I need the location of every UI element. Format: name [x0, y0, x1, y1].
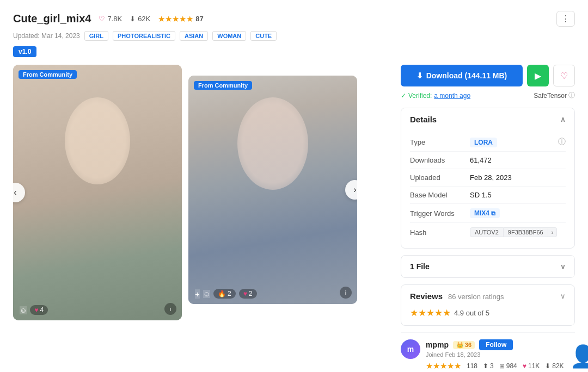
play-button[interactable]: ▶	[527, 65, 549, 86]
user-name[interactable]: mpmp	[426, 340, 449, 349]
right-panel: ⬇ Download (144.11 MB) ▶ ♡ ✓ Verified: a…	[401, 65, 575, 372]
user-avatar: m	[401, 339, 420, 359]
detail-value-type: LORA	[470, 138, 554, 146]
lora-badge[interactable]: LORA	[470, 138, 497, 147]
user-joined: Joined Feb 18, 2023	[426, 351, 564, 358]
emoji-button-2[interactable]: ☺	[203, 290, 210, 298]
detail-label-uploaded: Uploaded	[410, 173, 470, 182]
chevron-up-icon: ∧	[560, 115, 566, 123]
heart-icon-2: ♥	[243, 290, 247, 297]
detail-row-type: Type LORA ⓘ	[410, 133, 566, 152]
user-rating-stars: ★★★★★	[426, 361, 461, 371]
detail-value-downloads: 61,472	[470, 156, 566, 164]
emoji-button-1[interactable]: ☺	[20, 306, 27, 314]
hash-type: AUTOV2	[470, 227, 504, 237]
detail-row-base-model: Base Model SD 1.5	[410, 187, 566, 204]
detail-value-uploaded: Feb 28, 2023	[470, 173, 566, 182]
page-title: Cute_girl_mix4	[13, 13, 91, 25]
likes-icon: ♥	[523, 362, 526, 370]
reviews-count: 86 version ratings	[448, 293, 504, 301]
user-profile-area: 👤	[569, 339, 588, 369]
model-icon: ⊞	[499, 362, 505, 370]
download-btn-icon: ⬇	[416, 71, 423, 80]
details-header[interactable]: Details ∧	[401, 108, 574, 131]
reviews-header[interactable]: Reviews 86 version ratings ∨	[401, 285, 574, 307]
detail-row-hash: Hash AUTOV2 9F3B38BF66 ›	[410, 223, 566, 241]
tag-cute[interactable]: CUTE	[250, 31, 277, 41]
download-button[interactable]: ⬇ Download (144.11 MB)	[401, 65, 523, 86]
reviews-card: Reviews 86 version ratings ∨ ★★★★★ 4.9 o…	[401, 284, 575, 326]
type-info-icon[interactable]: ⓘ	[558, 137, 566, 147]
crown-badge: 👑 36	[453, 341, 475, 349]
detail-value-base-model: SD 1.5	[470, 191, 566, 199]
detail-value-hash: AUTOV2 9F3B38BF66 ›	[470, 227, 566, 237]
hash-expand-button[interactable]: ›	[548, 227, 558, 237]
fire-icon-2: 🔥	[218, 290, 226, 297]
fire-count-2: 🔥 2	[213, 289, 236, 299]
review-score: 4.9 out of 5	[454, 309, 489, 317]
detail-label-hash: Hash	[410, 228, 470, 237]
detail-row-uploaded: Uploaded Feb 28, 2023	[410, 169, 566, 187]
chevron-down-icon: ∨	[560, 263, 566, 271]
reviews-body: ★★★★★ 4.9 out of 5	[401, 307, 574, 325]
download-icon: ⬇	[130, 15, 136, 23]
heart-icon: ♡	[99, 15, 105, 23]
files-header[interactable]: 1 File ∨	[401, 256, 574, 277]
files-card: 1 File ∨	[401, 255, 575, 278]
info-button-2[interactable]: i	[340, 287, 352, 299]
files-title: 1 File	[410, 262, 430, 271]
update-text: Updated: Mar 14, 2023	[13, 32, 80, 40]
play-icon: ▶	[535, 71, 541, 81]
mix4-badge[interactable]: MIX4 ⧉	[470, 208, 500, 218]
likes-count: ♡ 7.8K	[99, 15, 122, 23]
details-card: Details ∧ Type LORA ⓘ Downloads 61,472	[401, 108, 575, 249]
favorite-button[interactable]: ♡	[553, 65, 575, 86]
detail-label-type: Type	[410, 138, 470, 146]
tag-woman[interactable]: WOMAN	[212, 31, 246, 41]
detail-row-trigger: Trigger Words MIX4 ⧉	[410, 204, 566, 223]
hash-value: 9F3B38BF66	[504, 227, 548, 237]
check-icon: ✓	[401, 92, 406, 100]
detail-label-downloads: Downloads	[410, 156, 470, 164]
heart-icon-1: ♥	[34, 306, 38, 314]
heart-count-1: ♥ 4	[30, 305, 48, 315]
star-rating: ★★★★★ 87	[158, 14, 203, 24]
verified-link[interactable]: a month ago	[434, 92, 470, 100]
detail-label-trigger: Trigger Words	[410, 209, 470, 218]
follow-button[interactable]: Follow	[479, 339, 513, 350]
copy-icon: ⧉	[491, 210, 495, 217]
user-model-stat: ⊞ 984	[499, 362, 517, 370]
chevron-down-reviews-icon: ∨	[560, 292, 566, 300]
tag-girl[interactable]: GIRL	[84, 31, 108, 41]
safe-tensor-info-icon: ⓘ	[568, 91, 575, 100]
image-gallery: From Community ‹ ☺ ♥ 4 i	[13, 65, 390, 372]
user-upload-stat: ⬆ 3	[483, 362, 494, 370]
details-body: Type LORA ⓘ Downloads 61,472 Uploaded Fe…	[401, 131, 574, 248]
menu-button[interactable]: ⋮	[556, 11, 575, 27]
tag-asian[interactable]: ASIAN	[180, 31, 208, 41]
detail-label-base-model: Base Model	[410, 191, 470, 199]
upload-icon: ⬆	[483, 362, 488, 370]
community-badge-2: From Community	[194, 81, 252, 90]
tag-photorealistic[interactable]: PHOTOREALISTIC	[113, 31, 175, 41]
user-review-count: 118	[467, 362, 477, 370]
reviews-title: Reviews	[410, 292, 443, 301]
user-silhouette-icon: 👤	[569, 344, 588, 369]
detail-value-trigger: MIX4 ⧉	[470, 208, 566, 218]
safe-tensor-label: SafeTensor ⓘ	[534, 91, 575, 100]
user-card: m mpmp 👑 36 Follow Joined Feb 18, 2023 ★…	[401, 332, 575, 372]
add-button-2[interactable]: +	[195, 289, 200, 299]
details-title: Details	[410, 115, 437, 124]
review-stars: ★★★★★	[410, 307, 451, 319]
user-likes-stat: ♥ 11K	[523, 362, 540, 370]
version-badge: v1.0	[13, 46, 36, 57]
downloads-count: ⬇ 62K	[130, 15, 150, 23]
community-badge-1: From Community	[19, 70, 77, 79]
info-button-1[interactable]: i	[164, 303, 176, 315]
heart-fav-icon: ♡	[560, 71, 568, 81]
detail-row-downloads: Downloads 61,472	[410, 152, 566, 169]
crown-icon: 👑	[456, 342, 464, 349]
user-info: mpmp 👑 36 Follow Joined Feb 18, 2023 ★★★…	[426, 339, 564, 371]
image-card-1: From Community ‹ ☺ ♥ 4 i	[13, 65, 182, 320]
user-downloads-stat: ⬇ 82K	[545, 362, 564, 370]
